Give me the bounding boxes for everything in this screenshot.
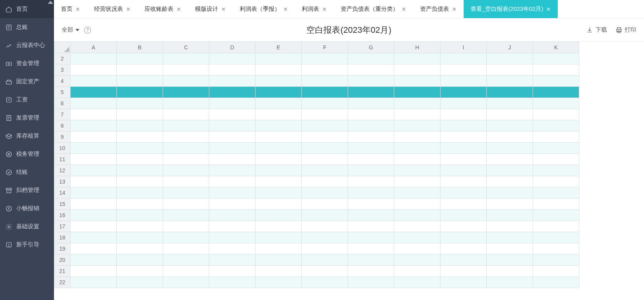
close-icon[interactable]: ✕	[283, 7, 288, 12]
close-icon[interactable]: ✕	[322, 7, 327, 12]
cell-A11[interactable]	[71, 154, 117, 165]
cell-H16[interactable]	[394, 210, 441, 221]
cell-D9[interactable]	[209, 131, 256, 143]
cell-D6[interactable]	[209, 98, 256, 109]
cell-C15[interactable]	[163, 199, 209, 210]
cell-J2[interactable]	[487, 53, 533, 64]
cell-B17[interactable]	[117, 221, 163, 232]
cell-G5[interactable]	[348, 87, 394, 98]
tab-2[interactable]: 应收账龄表✕	[138, 0, 188, 18]
cell-H14[interactable]	[394, 187, 441, 199]
cell-E5[interactable]	[256, 87, 302, 98]
cell-D21[interactable]	[209, 266, 256, 277]
cell-G17[interactable]	[348, 221, 394, 232]
cell-B4[interactable]	[117, 76, 163, 87]
cell-H18[interactable]	[394, 232, 441, 243]
col-header-A[interactable]: A	[71, 42, 117, 53]
col-header-F[interactable]: F	[302, 42, 348, 53]
cell-C16[interactable]	[163, 210, 209, 221]
cell-A15[interactable]	[71, 199, 117, 210]
cell-H20[interactable]	[394, 254, 441, 266]
cell-I15[interactable]	[441, 199, 487, 210]
cell-E3[interactable]	[256, 64, 302, 76]
row-header-5[interactable]: 5	[54, 87, 71, 98]
cell-G9[interactable]	[348, 131, 394, 143]
row-header-17[interactable]: 17	[54, 221, 71, 232]
cell-K11[interactable]	[533, 154, 579, 165]
row-header-9[interactable]: 9	[54, 131, 71, 143]
cell-H2[interactable]	[394, 53, 441, 64]
cell-C3[interactable]	[163, 64, 209, 76]
cell-A14[interactable]	[71, 187, 117, 199]
cell-G21[interactable]	[348, 266, 394, 277]
cell-K7[interactable]	[533, 109, 579, 120]
cell-E11[interactable]	[256, 154, 302, 165]
cell-F2[interactable]	[302, 53, 348, 64]
row-header-22[interactable]: 22	[54, 277, 71, 288]
close-icon[interactable]: ✕	[126, 7, 131, 12]
cell-H3[interactable]	[394, 64, 441, 76]
cell-A9[interactable]	[71, 131, 117, 143]
cell-G10[interactable]	[348, 143, 394, 154]
cell-J16[interactable]	[487, 210, 533, 221]
cell-D18[interactable]	[209, 232, 256, 243]
cell-I21[interactable]	[441, 266, 487, 277]
cell-K21[interactable]	[533, 266, 579, 277]
cell-J6[interactable]	[487, 98, 533, 109]
cell-C11[interactable]	[163, 154, 209, 165]
cell-D3[interactable]	[209, 64, 256, 76]
cell-E2[interactable]	[256, 53, 302, 64]
cell-F21[interactable]	[302, 266, 348, 277]
cell-E15[interactable]	[256, 199, 302, 210]
cell-I12[interactable]	[441, 165, 487, 176]
cell-F15[interactable]	[302, 199, 348, 210]
cell-D13[interactable]	[209, 176, 256, 187]
cell-C14[interactable]	[163, 187, 209, 199]
cell-F6[interactable]	[302, 98, 348, 109]
cell-B6[interactable]	[117, 98, 163, 109]
row-header-2[interactable]: 2	[54, 53, 71, 64]
col-header-H[interactable]: H	[394, 42, 441, 53]
cell-F16[interactable]	[302, 210, 348, 221]
cell-G3[interactable]	[348, 64, 394, 76]
cell-I18[interactable]	[441, 232, 487, 243]
cell-C18[interactable]	[163, 232, 209, 243]
tab-3[interactable]: 模版设计✕	[188, 0, 233, 18]
cell-D19[interactable]	[209, 243, 256, 254]
close-icon[interactable]: ✕	[546, 7, 551, 12]
cell-H6[interactable]	[394, 98, 441, 109]
cell-A22[interactable]	[71, 277, 117, 288]
cell-G7[interactable]	[348, 109, 394, 120]
cell-H7[interactable]	[394, 109, 441, 120]
cell-E9[interactable]	[256, 131, 302, 143]
cell-I2[interactable]	[441, 53, 487, 64]
spreadsheet[interactable]: ABCDEFGHIJK23456789101112131415161718192…	[54, 42, 644, 300]
cell-D4[interactable]	[209, 76, 256, 87]
cell-H10[interactable]	[394, 143, 441, 154]
cell-E17[interactable]	[256, 221, 302, 232]
tab-6[interactable]: 资产负债表（重分类）✕	[334, 0, 413, 18]
tab-5[interactable]: 利润表✕	[295, 0, 334, 18]
cell-B18[interactable]	[117, 232, 163, 243]
cell-K8[interactable]	[533, 120, 579, 131]
cell-J12[interactable]	[487, 165, 533, 176]
cell-J14[interactable]	[487, 187, 533, 199]
cell-E12[interactable]	[256, 165, 302, 176]
row-header-4[interactable]: 4	[54, 76, 71, 87]
cell-E16[interactable]	[256, 210, 302, 221]
cell-A18[interactable]	[71, 232, 117, 243]
cell-D15[interactable]	[209, 199, 256, 210]
sidebar-item-home[interactable]: 首页	[0, 0, 54, 18]
cell-J10[interactable]	[487, 143, 533, 154]
cell-G18[interactable]	[348, 232, 394, 243]
close-icon[interactable]: ✕	[402, 7, 406, 12]
cell-F22[interactable]	[302, 277, 348, 288]
col-header-D[interactable]: D	[209, 42, 256, 53]
download-button[interactable]: 下载	[586, 26, 607, 34]
col-header-J[interactable]: J	[487, 42, 533, 53]
cell-C4[interactable]	[163, 76, 209, 87]
cell-E4[interactable]	[256, 76, 302, 87]
cell-H4[interactable]	[394, 76, 441, 87]
sidebar-item-salary[interactable]: 工资	[0, 91, 54, 109]
tab-8[interactable]: 查看_空白报表(2023年02月)✕	[464, 0, 558, 18]
